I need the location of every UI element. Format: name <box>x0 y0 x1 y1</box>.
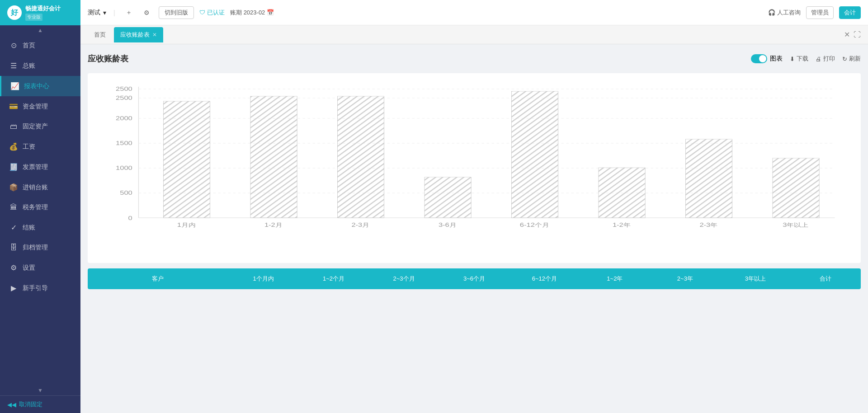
sidebar-item-payroll[interactable]: 💰 工资 <box>0 136 80 157</box>
table-container: 客户 1个月内 1~2个月 2~3个月 3~6个月 6~12个月 1~2年 2~… <box>88 268 861 289</box>
download-label: 下载 <box>797 55 808 63</box>
tab-home[interactable]: 首页 <box>88 27 112 42</box>
sidebar-item-ledger[interactable]: ☰ 总账 <box>0 56 80 76</box>
content-area: 应收账龄表 图表 ⬇ 下载 🖨 打印 ↻ 刷新 <box>80 44 868 413</box>
sidebar-item-archive[interactable]: 🗄 归档管理 <box>0 238 80 258</box>
svg-text:2-3月: 2-3月 <box>351 222 369 228</box>
bar-6-12个月 <box>512 91 558 218</box>
sidebar-scroll-down[interactable]: ▼ <box>0 385 80 395</box>
period-display: 账期 2023-02 📅 <box>230 9 274 17</box>
tabs-bar: 首页 应收账龄表 ✕ ✕ ⛶ <box>80 25 868 44</box>
logo-text: 畅捷通好会计 专业版 <box>25 5 61 21</box>
download-icon: ⬇ <box>790 56 795 62</box>
support-label: 人工咨询 <box>777 9 801 17</box>
sidebar-item-reports[interactable]: 📈 报表中心 <box>0 76 80 96</box>
period-label: 账期 <box>230 9 242 17</box>
sidebar-item-label: 进销台账 <box>23 183 48 192</box>
sidebar-item-inventory[interactable]: 📦 进销台账 <box>0 177 80 197</box>
svg-text:1月内: 1月内 <box>177 222 196 228</box>
switch-old-version-button[interactable]: 切到旧版 <box>159 6 194 19</box>
chart-toggle[interactable] <box>751 54 767 63</box>
reports-icon: 📈 <box>10 82 19 90</box>
cancel-fixed-btn[interactable]: ◀◀ 取消固定 <box>0 395 80 413</box>
th-customer: 客户 <box>88 275 228 283</box>
th-1-2year: 1~2年 <box>580 275 650 283</box>
sidebar-nav: ⊙ 首页 ☰ 总账 📈 报表中心 💳 资金管理 🗃 固定资产 💰 工资 🧾 发票… <box>0 35 80 385</box>
sidebar-item-label: 设置 <box>23 264 35 272</box>
tab-close-icon[interactable]: ✕ <box>152 32 157 38</box>
tabs-right-controls: ✕ ⛶ <box>844 30 861 39</box>
tax-icon: 🏛 <box>9 203 18 211</box>
topbar-right: 🎧 人工咨询 管理员 会计 <box>768 6 861 19</box>
svg-text:2000: 2000 <box>116 115 132 121</box>
sidebar-item-label: 资金管理 <box>23 103 48 111</box>
svg-text:1000: 1000 <box>116 165 132 171</box>
calendar-icon[interactable]: 📅 <box>267 9 274 16</box>
th-2-3month: 2~3个月 <box>369 275 439 283</box>
workspace-settings-button[interactable]: ⚙ <box>141 6 153 19</box>
sidebar-item-home[interactable]: ⊙ 首页 <box>0 35 80 56</box>
sidebar-item-label: 发票管理 <box>23 163 48 171</box>
add-workspace-button[interactable]: ＋ <box>123 6 135 19</box>
th-6-12month: 6~12个月 <box>509 275 580 283</box>
chart-container: 0 500 1000 1500 2000 2500 2500 <box>88 73 861 263</box>
tab-ar-aging[interactable]: 应收账龄表 ✕ <box>114 27 163 42</box>
svg-text:3年以上: 3年以上 <box>783 222 808 228</box>
tab-fullscreen-icon[interactable]: ⛶ <box>854 31 861 39</box>
app-name: 畅捷通好会计 <box>25 5 61 13</box>
sidebar-scroll-up[interactable]: ▲ <box>0 25 80 35</box>
sidebar: 好 畅捷通好会计 专业版 ▲ ⊙ 首页 ☰ 总账 📈 报表中心 💳 资金管理 🗃… <box>0 0 80 413</box>
logo-icon: 好 <box>7 5 22 20</box>
sidebar-item-label: 固定资产 <box>23 122 48 131</box>
archive-icon: 🗄 <box>9 244 18 252</box>
bar-1-2年 <box>599 168 645 218</box>
closing-icon: ✓ <box>9 223 18 232</box>
headset-icon: 🎧 <box>768 9 775 16</box>
ledger-icon: ☰ <box>9 61 18 70</box>
support-button[interactable]: 🎧 人工咨询 <box>768 9 801 17</box>
guide-icon: ▶ <box>9 284 18 292</box>
sidebar-item-label: 归档管理 <box>23 244 48 252</box>
workspace-selector[interactable]: 测试 ▾ <box>88 9 106 17</box>
th-3year-plus: 3年以上 <box>720 275 790 283</box>
download-button[interactable]: ⬇ 下载 <box>790 55 808 63</box>
sidebar-item-assets[interactable]: 🗃 固定资产 <box>0 117 80 136</box>
print-button[interactable]: 🖨 打印 <box>816 55 835 63</box>
assets-icon: 🗃 <box>9 122 18 131</box>
sidebar-item-label: 总账 <box>23 62 35 70</box>
tab-ar-aging-label: 应收账龄表 <box>120 31 150 39</box>
sidebar-item-funds[interactable]: 💳 资金管理 <box>0 96 80 117</box>
sidebar-item-settings[interactable]: ⚙ 设置 <box>0 258 80 278</box>
verified-badge: 🛡 已认证 <box>199 9 225 17</box>
accountant-role-button[interactable]: 会计 <box>839 6 861 19</box>
sidebar-item-guide[interactable]: ▶ 新手引导 <box>0 278 80 298</box>
sidebar-item-label: 结账 <box>23 224 35 232</box>
pin-left-icon: ◀◀ <box>7 401 16 408</box>
bar-1月内 <box>164 101 210 218</box>
topbar-divider-1: | <box>113 9 115 16</box>
chart-toggle-label: 图表 <box>770 55 783 63</box>
cancel-fixed-label: 取消固定 <box>19 400 42 408</box>
bar-3年以上 <box>773 158 819 218</box>
admin-role-button[interactable]: 管理员 <box>806 6 834 19</box>
sidebar-item-closing[interactable]: ✓ 结账 <box>0 217 80 238</box>
print-label: 打印 <box>823 55 835 63</box>
invoice-icon: 🧾 <box>9 163 18 171</box>
th-total: 合计 <box>791 275 861 283</box>
th-3-6month: 3~6个月 <box>439 275 509 283</box>
settings-icon: ⚙ <box>9 263 18 272</box>
topbar: 测试 ▾ | ＋ ⚙ 切到旧版 🛡 已认证 账期 2023-02 📅 🎧 人工咨… <box>80 0 868 25</box>
th-1-2month: 1~2个月 <box>298 275 368 283</box>
print-icon: 🖨 <box>816 56 821 62</box>
sidebar-item-label: 首页 <box>23 42 35 50</box>
shield-icon: 🛡 <box>199 9 205 16</box>
sidebar-item-label: 税务管理 <box>23 203 48 211</box>
svg-text:2500: 2500 <box>116 95 132 101</box>
tab-close-all-icon[interactable]: ✕ <box>844 30 850 39</box>
refresh-button[interactable]: ↻ 刷新 <box>842 55 861 63</box>
home-icon: ⊙ <box>9 41 18 50</box>
sidebar-item-tax[interactable]: 🏛 税务管理 <box>0 197 80 217</box>
bar-3-6月 <box>425 177 471 218</box>
main-area: 测试 ▾ | ＋ ⚙ 切到旧版 🛡 已认证 账期 2023-02 📅 🎧 人工咨… <box>80 0 868 413</box>
sidebar-item-invoice[interactable]: 🧾 发票管理 <box>0 157 80 177</box>
